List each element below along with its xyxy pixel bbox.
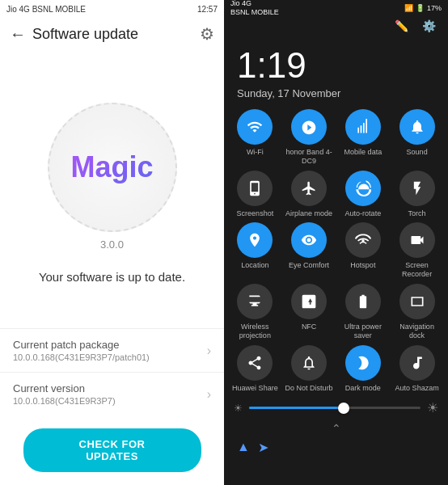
dark-mode-icon [345,345,381,381]
tile-huawei-share[interactable]: Huawei Share [230,345,280,393]
airplane-icon [291,171,327,206]
version-label: Current version [13,382,116,394]
auto-rotate-icon [345,171,381,206]
right-status-right: 📶 🔋 17% [404,4,442,12]
patch-row[interactable]: Current patch package 10.0.0.168(C431E9R… [0,328,224,372]
wireless-proj-icon [237,284,273,319]
version-row[interactable]: Current version 10.0.0.168(C431E9R3P7) › [0,372,224,415]
magic-circle: Magic [48,103,177,232]
location-label: Location [241,261,268,270]
screen-recorder-icon [399,222,435,258]
check-updates-button[interactable]: CHECK FOR UPDATES [23,428,201,472]
right-status-bar: Jio 4G BSNL MOBILE 📶 🔋 17% [224,0,448,16]
page-title: Software update [32,26,138,43]
airplane-label: Airplane mode [285,209,332,218]
tile-wifi[interactable]: Wi-Fi [230,109,280,166]
back-button[interactable]: ← [10,25,26,44]
tile-wireless-proj[interactable]: Wireless projection [230,284,280,340]
quick-tiles-grid: Wi-Fihonor Band 4-DC9Mobile dataSoundScr… [224,106,448,395]
left-header-left: ← Software update [10,25,138,44]
left-carrier-info: Jio 4G BSNL MOBILE [6,5,86,14]
torch-label: Torch [408,209,426,218]
nav-icon-2: ➤ [258,440,268,455]
patch-label: Current patch package [13,339,150,351]
magic-circle-area: Magic 3.0.0 Your software is up to date. [0,50,224,328]
tile-sound[interactable]: Sound [392,109,442,166]
nfc-icon [291,284,327,319]
tile-auto-rotate[interactable]: Auto-rotate [339,171,388,218]
hotspot-icon [345,222,381,258]
hotspot-label: Hotspot [350,261,375,270]
huawei-share-label: Huawei Share [232,384,278,393]
tile-eye-comfort[interactable]: Eye Comfort [285,222,334,279]
tile-hotspot[interactable]: Hotspot [339,222,388,279]
magic-label: Magic [70,150,153,184]
ultra-power-label: Ultra power saver [339,323,388,340]
time-display: 1:19 [224,40,448,86]
brightness-fill [249,407,344,409]
left-status-bar: Jio 4G BSNL MOBILE 12:57 [0,0,224,18]
auto-rotate-label: Auto-rotate [345,209,382,218]
wifi-label: Wi-Fi [247,148,264,157]
honor-band-icon [291,109,327,145]
left-header: ← Software update ⚙ [0,18,224,50]
brightness-thumb[interactable] [338,403,349,414]
settings-icon[interactable]: ⚙ [200,24,214,44]
battery-icon: 🔋 [416,4,425,12]
nav-icon-1: ▲ [237,440,250,455]
sound-icon [399,109,435,145]
nav-dock-label: Navigation dock [392,323,442,340]
eye-comfort-icon [291,222,327,258]
up-arrow-icon: ⌃ [332,422,341,435]
tile-screenshot[interactable]: Screenshot [230,171,280,218]
tile-location[interactable]: Location [230,222,280,279]
tile-mobile-data[interactable]: Mobile data [339,109,388,166]
edit-icon[interactable]: ✏️ [391,16,411,36]
up-arrow-area[interactable]: ⌃ [224,420,448,436]
ultra-power-icon [345,284,381,319]
patch-info: Current patch package 10.0.0.168(C431E9R… [13,339,150,362]
brightness-track[interactable] [249,407,421,409]
mobile-data-icon [345,109,381,145]
top-icons-row: ✏️ ⚙️ [224,16,448,40]
tile-auto-shazam[interactable]: Auto Shazam [392,345,442,393]
quick-settings-panel: Jio 4G BSNL MOBILE 📶 🔋 17% ✏️ ⚙️ 1:19 Su… [224,0,448,485]
honor-band-label: honor Band 4-DC9 [285,148,334,166]
tile-nav-dock[interactable]: Navigation dock [392,284,442,340]
tile-do-not-disturb[interactable]: Do Not Disturb [285,345,334,393]
wireless-proj-label: Wireless projection [230,323,280,340]
signal-icon: 📶 [404,4,413,12]
do-not-disturb-icon [291,345,327,381]
eye-comfort-label: Eye Comfort [289,261,329,270]
date-display: Sunday, 17 November [224,86,448,106]
up-to-date-message: Your software is up to date. [39,270,185,284]
torch-icon [399,171,435,206]
chevron-right-icon: › [207,344,211,358]
right-carrier-info: Jio 4G BSNL MOBILE [230,0,279,17]
dark-mode-label: Dark mode [345,384,381,393]
tile-screen-recorder[interactable]: Screen Recorder [392,222,442,279]
nav-dock-icon [399,284,435,319]
tile-dark-mode[interactable]: Dark mode [339,345,388,393]
brightness-row[interactable]: ☀ ☀ [224,395,448,420]
tile-ultra-power[interactable]: Ultra power saver [339,284,388,340]
do-not-disturb-label: Do Not Disturb [285,384,333,393]
sound-label: Sound [407,148,428,157]
settings-icon-right[interactable]: ⚙️ [419,16,438,36]
check-btn-area: CHECK FOR UPDATES [0,415,224,485]
tile-airplane[interactable]: Airplane mode [285,171,334,218]
auto-shazam-label: Auto Shazam [395,384,439,393]
brightness-low-icon: ☀ [234,403,243,414]
screenshot-icon [237,171,273,206]
nfc-label: NFC [302,323,317,331]
wifi-icon [237,109,273,145]
patch-value: 10.0.0.168(C431E9R3P7/patch01) [13,352,150,362]
left-time: 12:57 [197,5,218,14]
mobile-data-label: Mobile data [344,148,382,157]
chevron-right-icon-2: › [207,387,211,402]
tile-nfc[interactable]: NFC [285,284,334,340]
location-icon [237,222,273,258]
tile-torch[interactable]: Torch [392,171,442,218]
version-value: 10.0.0.168(C431E9R3P7) [13,396,116,406]
tile-honor-band[interactable]: honor Band 4-DC9 [285,109,334,166]
